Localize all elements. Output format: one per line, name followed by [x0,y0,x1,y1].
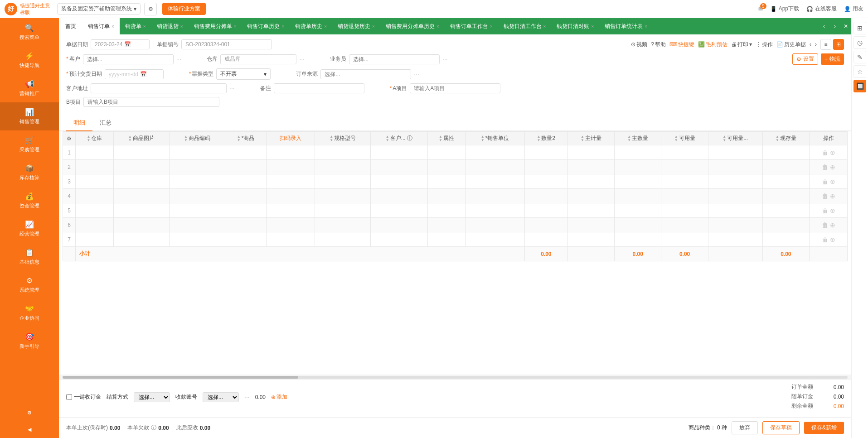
tab-order-workbench[interactable]: 销售订单工作台 × [445,18,498,34]
tab-daily-workbench[interactable]: 钱货日清工作台 × [498,18,552,34]
panel-icon-2[interactable]: ◷ [853,36,866,49]
panel-icon-1[interactable]: ⊞ [853,22,866,34]
sidebar-item-guide[interactable]: 🎯 新手引导 [0,327,59,355]
delete-row-icon[interactable]: 🗑 [822,207,828,214]
copy-row-icon[interactable]: ⊕ [830,178,835,185]
sidebar-settings-bottom[interactable]: ⚙ [0,404,59,421]
system-selector[interactable]: 装备及固定资产辅助管理系统 ▾ [57,3,141,14]
close-icon[interactable]: × [143,24,146,29]
th-settings[interactable]: ⚙ [63,132,76,145]
user-menu[interactable]: 👤 用友 [844,5,863,13]
online-service[interactable]: 🎧 在线客服 [806,5,837,13]
tab-expense-split[interactable]: 销售费用分摊单 × [189,18,242,34]
nav-next-arrow[interactable]: › [829,18,840,34]
close-icon[interactable]: × [436,24,439,29]
nav-page-next[interactable]: › [815,39,817,50]
profit-btn[interactable]: 💹 毛利预估 [698,39,727,50]
salesperson-dots-btn[interactable]: ··· [442,56,448,63]
list-view-icon[interactable]: ≡ [820,39,831,50]
sidebar-item-quick-nav[interactable]: ⚡ 快捷导航 [0,46,59,74]
order-no-input[interactable] [181,39,272,49]
tab-stats[interactable]: 销售订单统计表 × [599,18,653,34]
close-icon[interactable]: × [234,24,237,29]
date-input[interactable]: 2023-03-24 📅 [91,39,150,49]
order-source-dots-btn[interactable]: ··· [414,71,419,78]
sidebar-item-finance[interactable]: 💰 资金管理 [0,187,59,215]
customer-input[interactable] [83,54,174,64]
panel-icon-5[interactable]: 🔲 [853,80,866,92]
warehouse-input[interactable] [220,54,296,64]
add-deposit-btn[interactable]: ⊕ 添加 [271,393,287,401]
tab-return-history[interactable]: 销货退货历史 × [332,18,380,34]
delete-row-icon[interactable]: 🗑 [822,178,828,185]
grid-view-icon[interactable]: ⊞ [833,39,844,50]
close-icon[interactable]: × [591,24,594,29]
close-icon[interactable]: × [180,24,183,29]
copy-row-icon[interactable]: ⊕ [830,207,835,214]
invoice-type-select[interactable]: 不开票 ▾ [216,68,271,80]
copy-row-icon[interactable]: ⊕ [830,193,835,200]
copy-row-icon[interactable]: ⊕ [830,221,835,229]
save-draft-button[interactable]: 保存草稿 [762,421,800,434]
sidebar-item-system[interactable]: ⚙ 系统管理 [0,271,59,299]
tab-home[interactable]: 首页 [59,18,82,34]
addr-dots-btn[interactable]: ··· [229,85,235,92]
close-icon[interactable]: × [324,24,327,29]
note-input[interactable] [274,83,364,93]
tab-summary[interactable]: 汇总 [92,115,119,131]
tab-sales-invoice[interactable]: 销货单 × [120,18,151,34]
print-btn[interactable]: 🖨 打印 ▾ [731,39,752,50]
payment-method-select[interactable]: 选择... [134,392,170,402]
close-icon[interactable]: × [112,24,114,29]
customer-dots-btn[interactable]: ··· [176,56,182,63]
shortcut-btn[interactable]: ⌨ 快捷键 [669,39,694,50]
delete-row-icon[interactable]: 🗑 [822,193,828,200]
copy-row-icon[interactable]: ⊕ [830,236,835,243]
sidebar-item-enterprise[interactable]: 🤝 企业协同 [0,299,59,327]
settings-button[interactable]: ⚙ [144,3,157,15]
close-icon[interactable]: × [281,24,284,29]
delete-row-icon[interactable]: 🗑 [822,236,828,243]
tab-order-history[interactable]: 销售订单历史 × [242,18,290,34]
sidebar-collapse[interactable]: ◀ [0,421,59,438]
sidebar-item-marketing[interactable]: 📢 营销推广 [0,74,59,102]
sidebar-item-basic-info[interactable]: 📋 基础信息 [0,243,59,271]
panel-icon-4[interactable]: ☆ [853,65,866,78]
tab-invoice-history[interactable]: 销货单历史 × [290,18,332,34]
bank-account-select[interactable]: 选择... [203,392,239,402]
sidebar-item-sales[interactable]: 📊 销售管理 [0,102,59,130]
industry-button[interactable]: 体验行业方案 [162,3,206,15]
sidebar-item-purchase[interactable]: 🛒 采购管理 [0,130,59,159]
tab-detail[interactable]: 明细 [66,115,92,131]
scrollbar-thumb[interactable] [63,376,298,379]
close-icon[interactable]: × [543,24,546,29]
a-project-input[interactable] [410,83,500,93]
nav-close-all[interactable]: ✕ [840,18,851,34]
tab-daily-reconcile[interactable]: 钱货日清对账 × [551,18,599,34]
close-icon[interactable]: × [645,24,647,29]
salesperson-input[interactable] [349,54,440,64]
view-btn[interactable]: ⊙ 视频 [631,39,647,50]
order-source-input[interactable] [320,69,411,79]
bank-dots-btn[interactable]: ··· [244,394,250,401]
one-click-checkbox[interactable]: 一键收订金 [66,393,101,401]
save-new-button[interactable]: 保存&新增 [804,422,844,434]
warehouse-dots-btn[interactable]: ··· [299,56,305,63]
delete-row-icon[interactable]: 🗑 [822,164,828,171]
add-logistics-btn[interactable]: + 物流 [821,53,844,65]
delete-row-icon[interactable]: 🗑 [822,149,828,156]
horizontal-scrollbar[interactable] [59,375,851,379]
tab-sales-order[interactable]: 销售订单 × [82,18,120,34]
close-icon[interactable]: × [490,24,493,29]
tab-expense-history[interactable]: 销售费用分摊单历史 × [380,18,445,34]
delivery-date-input[interactable]: yyyy-mm-dd 📅 [105,69,164,79]
b-project-input[interactable] [83,97,219,107]
close-icon[interactable]: × [372,24,375,29]
copy-row-icon[interactable]: ⊕ [830,164,835,171]
tab-sales-return[interactable]: 销货退货 × [151,18,189,34]
copy-row-icon[interactable]: ⊕ [830,149,835,156]
notification-area[interactable]: ✉ 9 [758,6,763,12]
sidebar-item-operations[interactable]: 📈 经营管理 [0,215,59,243]
settings-float-btn[interactable]: ⚙ 设置 [792,53,818,65]
discard-button[interactable]: 放弃 [732,421,758,434]
